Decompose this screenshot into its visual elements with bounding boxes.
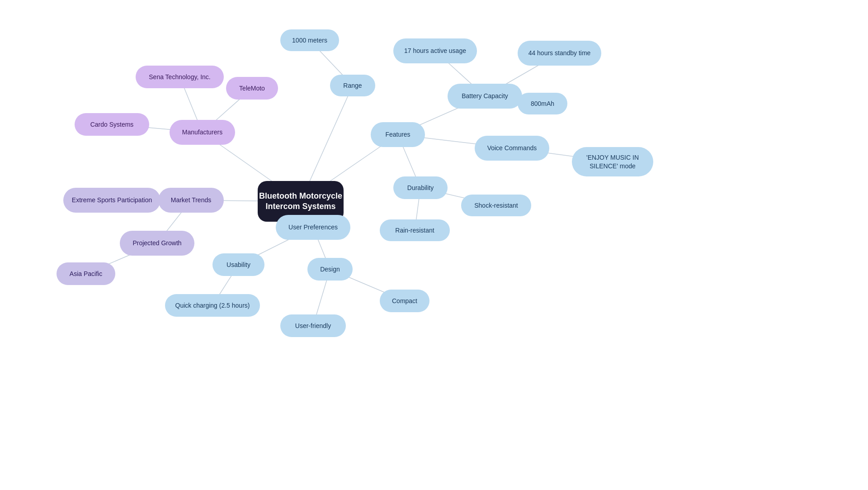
battery_44h-node[interactable]: 44 hours standby time xyxy=(518,41,601,66)
extreme-label: Extreme Sports Participation xyxy=(72,196,152,204)
sena-node[interactable]: Sena Technology, Inc. xyxy=(136,66,224,88)
compact-node[interactable]: Compact xyxy=(380,290,429,312)
market-node[interactable]: Market Trends xyxy=(158,188,224,213)
voice_enjoy-node[interactable]: 'ENJOY MUSIC IN SILENCE' mode xyxy=(572,147,653,176)
quick_charge-label: Quick charging (2.5 hours) xyxy=(175,301,250,309)
features-node[interactable]: Features xyxy=(371,122,425,147)
battery-label: Battery Capacity xyxy=(462,92,508,100)
center-label: Bluetooth Motorcycle Intercom Systems xyxy=(259,191,342,212)
manufacturers-label: Manufacturers xyxy=(182,128,222,136)
battery_800-label: 800mAh xyxy=(531,100,554,108)
usability-label: Usability xyxy=(226,261,250,269)
sena-label: Sena Technology, Inc. xyxy=(149,73,210,81)
cardo-label: Cardo Systems xyxy=(90,120,134,128)
features-label: Features xyxy=(385,130,410,138)
range-label: Range xyxy=(343,81,362,90)
telemoto-label: TeleMoto xyxy=(239,84,265,92)
usability-node[interactable]: Usability xyxy=(212,253,264,276)
battery_17h-node[interactable]: 17 hours active usage xyxy=(393,38,477,63)
quick_charge-node[interactable]: Quick charging (2.5 hours) xyxy=(165,294,260,317)
shock-label: Shock-resistant xyxy=(474,201,518,209)
extreme-node[interactable]: Extreme Sports Participation xyxy=(63,188,160,213)
manufacturers-node[interactable]: Manufacturers xyxy=(170,120,235,145)
battery_17h-label: 17 hours active usage xyxy=(404,47,466,55)
compact-label: Compact xyxy=(392,297,417,305)
user_friendly-node[interactable]: User-friendly xyxy=(280,314,346,337)
voice-label: Voice Commands xyxy=(487,144,537,152)
range-node[interactable]: Range xyxy=(330,75,375,96)
design-label: Design xyxy=(320,265,340,273)
telemoto-node[interactable]: TeleMoto xyxy=(226,77,278,100)
range_1000-node[interactable]: 1000 meters xyxy=(280,29,339,51)
durability-node[interactable]: Durability xyxy=(393,176,448,199)
projected-node[interactable]: Projected Growth xyxy=(120,231,194,256)
durability-label: Durability xyxy=(407,184,434,192)
user_friendly-label: User-friendly xyxy=(295,322,331,330)
range_1000-label: 1000 meters xyxy=(292,36,327,44)
rain-label: Rain-resistant xyxy=(395,226,434,234)
design-node[interactable]: Design xyxy=(307,258,353,281)
user_pref-label: User Preferences xyxy=(288,223,338,231)
projected-label: Projected Growth xyxy=(132,239,181,247)
asia-label: Asia Pacific xyxy=(70,270,102,278)
voice_enjoy-label: 'ENJOY MUSIC IN SILENCE' mode xyxy=(576,153,649,170)
rain-node[interactable]: Rain-resistant xyxy=(380,219,450,241)
user_pref-node[interactable]: User Preferences xyxy=(276,215,350,240)
asia-node[interactable]: Asia Pacific xyxy=(57,262,115,285)
battery_800-node[interactable]: 800mAh xyxy=(518,93,567,114)
cardo-node[interactable]: Cardo Systems xyxy=(75,113,149,136)
shock-node[interactable]: Shock-resistant xyxy=(461,195,531,216)
voice-node[interactable]: Voice Commands xyxy=(475,136,549,161)
battery-node[interactable]: Battery Capacity xyxy=(448,84,522,109)
market-label: Market Trends xyxy=(171,196,211,204)
battery_44h-label: 44 hours standby time xyxy=(528,49,591,57)
